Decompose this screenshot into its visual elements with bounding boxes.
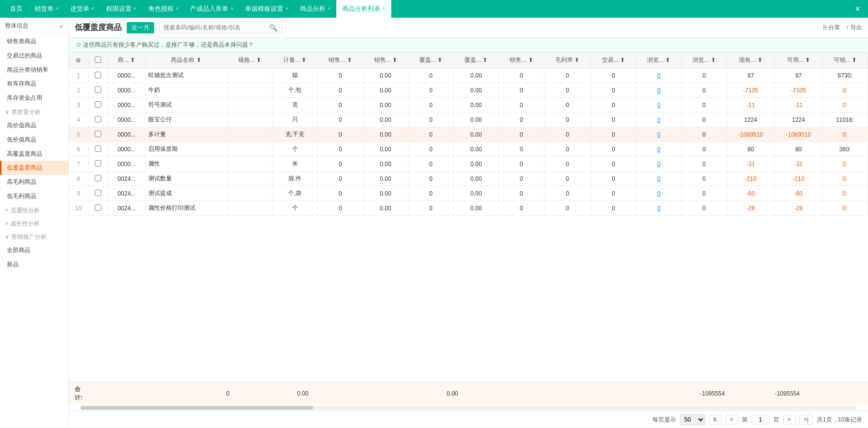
row-browse1[interactable]: 0	[636, 98, 681, 113]
first-page-button[interactable]: K	[709, 415, 722, 425]
sidebar-item-low-margin[interactable]: 低毛利商品	[0, 189, 68, 203]
row-browse1[interactable]: 0	[636, 83, 681, 98]
row-select-checkbox[interactable]	[95, 190, 101, 196]
th-browse2[interactable]: 浏览... ⬆	[681, 53, 727, 68]
row-select-checkbox[interactable]	[95, 175, 101, 181]
info-banner: ☆ 这些商品只有很少客户购买过，是推广不够，还是商品本身问题？	[69, 38, 868, 53]
row-checkbox[interactable]	[88, 83, 108, 98]
filter-recent-month-button[interactable]: 近一月	[127, 22, 154, 33]
sidebar-item-high-margin[interactable]: 高毛利商品	[0, 175, 68, 189]
nav-close-all[interactable]: ×	[851, 4, 864, 14]
row-select-checkbox[interactable]	[95, 116, 101, 122]
th-cov1[interactable]: 覆盖... ⬆	[408, 53, 453, 68]
search-icon[interactable]: 🔍	[269, 24, 277, 31]
nav-tab-warehouse[interactable]: 产成品入库单 ×	[184, 0, 239, 18]
th-sales2[interactable]: 销售... ⬆	[363, 53, 408, 68]
nav-tab-home[interactable]: 首页	[4, 0, 28, 18]
th-sales3[interactable]: 销售... ⬆	[499, 53, 544, 68]
row-browse1[interactable]: 0	[636, 127, 681, 142]
row-select-checkbox[interactable]	[95, 145, 101, 152]
th-cov2[interactable]: 覆盖... ⬆	[454, 53, 499, 68]
row-browse1[interactable]: 0	[636, 186, 681, 201]
row-select-checkbox[interactable]	[95, 160, 101, 167]
row-browse1[interactable]: 0	[636, 113, 681, 127]
row-checkbox[interactable]	[88, 201, 108, 216]
nav-tab-purchase[interactable]: 进货单 ×	[64, 0, 100, 18]
row-select-checkbox[interactable]	[95, 131, 101, 137]
row-browse1[interactable]: 0	[636, 157, 681, 171]
sidebar-item-low-value[interactable]: 低价值商品	[0, 133, 68, 147]
th-checkbox[interactable]	[88, 53, 108, 68]
search-input[interactable]	[163, 24, 267, 31]
th-settings[interactable]: ⚙	[69, 53, 88, 68]
row-browse1[interactable]: 0	[636, 171, 681, 186]
th-browse1[interactable]: 浏览... ⬆	[636, 53, 681, 68]
sidebar-item-category-rate[interactable]: 商品分类动销率	[0, 63, 68, 77]
sidebar-item-stock-fund[interactable]: 库存资金占用	[0, 91, 68, 105]
th-available[interactable]: 可用... ⬆	[775, 53, 822, 68]
prev-page-button[interactable]: <	[726, 415, 738, 425]
nav-tab-permissions[interactable]: 权限设置 ×	[100, 0, 142, 18]
nav-tab-analysis-list[interactable]: 商品分析列表 ×	[336, 0, 391, 18]
th-trade[interactable]: 交易... ⬆	[591, 53, 636, 68]
th-spec[interactable]: 规格... ⬆	[227, 53, 272, 68]
row-browse1[interactable]: 0	[636, 201, 681, 216]
th-current[interactable]: 现有... ⬆	[727, 53, 774, 68]
row-checkbox[interactable]	[88, 127, 108, 142]
nav-tab-sales[interactable]: 销货单 ×	[28, 0, 64, 18]
th-sales1[interactable]: 销售... ⬆	[318, 53, 363, 68]
nav-tab-warehouse-close[interactable]: ×	[230, 0, 233, 18]
last-page-button[interactable]: >|	[799, 415, 813, 425]
nav-tab-roles-close[interactable]: ×	[176, 0, 179, 18]
nav-tab-purchase-close[interactable]: ×	[91, 0, 94, 18]
sidebar-section-marketing[interactable]: ∨ 营销推广分析	[0, 230, 68, 243]
row-checkbox[interactable]	[88, 186, 108, 201]
sidebar-item-traded-goods[interactable]: 交易过的商品	[0, 49, 68, 63]
nav-tab-roles[interactable]: 角色授权 ×	[142, 0, 185, 18]
nav-tab-analysis-close[interactable]: ×	[327, 0, 330, 18]
sidebar-collapse-button[interactable]: «	[59, 22, 63, 30]
sidebar-item-sales-goods[interactable]: 销售类商品	[0, 34, 68, 49]
row-select-checkbox[interactable]	[95, 101, 101, 108]
sidebar-item-high-coverage[interactable]: 高覆盖度商品	[0, 147, 68, 161]
nav-tab-sales-close[interactable]: ×	[55, 0, 58, 18]
nav-tab-analysis[interactable]: 商品分析 ×	[294, 0, 336, 18]
row-select-checkbox[interactable]	[95, 204, 101, 211]
horizontal-scrollbar[interactable]	[69, 405, 868, 411]
sidebar-section-growth[interactable]: > 成长性分析	[0, 217, 68, 230]
next-page-button[interactable]: >	[783, 415, 795, 425]
export-button[interactable]: ↑ 导出	[846, 24, 862, 32]
sidebar-section-liquidity[interactable]: > 流通性分析	[0, 203, 68, 217]
row-select-checkbox[interactable]	[95, 72, 101, 78]
row-checkbox[interactable]	[88, 142, 108, 157]
select-all-checkbox[interactable]	[95, 57, 101, 63]
row-browse1[interactable]: 0	[636, 68, 681, 83]
nav-tab-templates-close[interactable]: ×	[285, 0, 288, 18]
th-name[interactable]: 商品名称 ⬆	[145, 53, 227, 68]
sidebar-item-all-goods[interactable]: 全部商品	[0, 243, 68, 257]
th-code[interactable]: 商... ⬆	[108, 53, 145, 68]
share-button[interactable]: ⎘ 分享	[823, 24, 840, 32]
row-browse1[interactable]: 0	[636, 142, 681, 157]
row-checkbox[interactable]	[88, 157, 108, 171]
sidebar-item-low-coverage[interactable]: 低覆盖度商品	[0, 161, 68, 175]
page-input[interactable]	[752, 415, 769, 425]
sidebar-item-high-value[interactable]: 高价值商品	[0, 118, 68, 133]
per-page-select[interactable]: 50 100 200	[680, 414, 705, 425]
nav-tab-templates[interactable]: 单据模板设置 ×	[239, 0, 294, 18]
row-checkbox[interactable]	[88, 68, 108, 83]
sidebar-item-new-goods[interactable]: 新品	[0, 257, 68, 272]
sidebar-section-cluster[interactable]: ∨ 类群置分析	[0, 105, 68, 118]
row-gross: 0	[544, 171, 591, 186]
th-sellable[interactable]: 可销... ⬆	[822, 53, 868, 68]
row-select-checkbox[interactable]	[95, 86, 101, 93]
th-gross[interactable]: 毛利率 ⬆	[544, 53, 591, 68]
nav-tab-analysis-list-close[interactable]: ×	[382, 0, 385, 18]
row-checkbox[interactable]	[88, 113, 108, 127]
content-area: 低覆盖度商品 近一月 🔍 ⎘ 分享 ↑ 导出 ☆ 这些商品只有很少客户购买过，是…	[69, 18, 868, 428]
nav-tab-permissions-close[interactable]: ×	[134, 0, 136, 18]
row-checkbox[interactable]	[88, 98, 108, 113]
row-checkbox[interactable]	[88, 171, 108, 186]
th-unit[interactable]: 计量... ⬆	[272, 53, 318, 68]
sidebar-item-stock-goods[interactable]: 有库存商品	[0, 77, 68, 91]
